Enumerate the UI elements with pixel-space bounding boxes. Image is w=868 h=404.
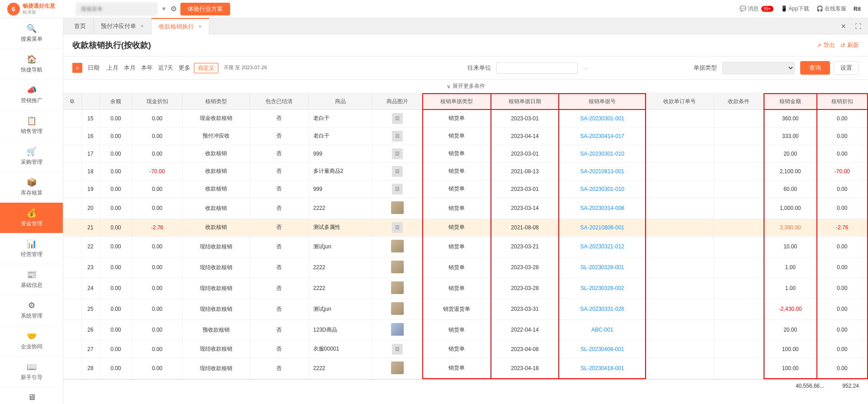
cell-product-img: 🖼 [372,219,423,236]
tab-bar-close-icon[interactable]: ✕ [837,20,850,33]
writeoff-bill-no-link[interactable]: SL-20230408-001 [580,346,624,352]
sidebar-item-quicknav[interactable]: 🏠 快捷导航 [0,49,63,80]
expand-more-button[interactable]: ∨ 展开更多条件 [447,82,485,90]
settings-icon[interactable]: ⚙ [170,5,177,13]
sidebar-item-sales[interactable]: 📋 销售管理 [0,110,63,141]
tab-bar-expand-icon[interactable]: ⛶ [852,20,864,33]
cell-writeoff-bill-no[interactable]: SA-20230301-010 [559,145,646,162]
filter-date-custom[interactable]: 自定义 [194,63,218,73]
col-header-writeoff-type: 核销类型 [182,94,250,109]
operations-icon: 📊 [27,239,37,249]
cell-writeoff-bill-no[interactable]: SL-20230328-002 [559,278,646,299]
writeoff-bill-no-link[interactable]: SA-20230301-010 [580,151,624,157]
writeoff-bill-no-link[interactable]: SA-20230301-010 [580,186,624,192]
cell-product: 2222 [308,198,372,219]
cell-writeoff-bill-no[interactable]: SA-20230301-010 [559,180,646,198]
writeoff-bill-no-link[interactable]: SA-20210813-001 [580,168,624,175]
writeoff-bill-no-link[interactable]: SA-20230321-012 [580,243,624,250]
cell-seq: 24 [81,278,99,299]
sidebar-item-operations[interactable]: 📊 经营管理 [0,233,63,264]
filter-dots[interactable]: ··· [583,65,588,71]
search-input[interactable] [76,3,157,15]
notification-area[interactable]: 💬 消息 99+ [740,5,774,13]
sidebar-item-guide[interactable]: 📖 新手引导 [0,356,63,387]
filter-date-thisyear[interactable]: 本年 [139,63,155,73]
sidebar-item-search[interactable]: 🔍 搜索菜单 [0,18,63,49]
writeoff-bill-no-link[interactable]: SL-20230328-001 [580,264,624,271]
cell-receipt-condition [713,358,764,379]
tab-prepay-close[interactable]: × [141,23,144,29]
cell-writeoff-bill-no[interactable]: SA-20210808-001 [559,219,646,236]
tab-receipt-writeoff-close[interactable]: × [198,24,202,30]
tab-prepay[interactable]: 预付冲应付单 × [94,18,151,34]
sidebar-item-inventory[interactable]: 📦 库存核算 [0,172,63,203]
filter-expand-button[interactable]: » [72,63,82,73]
cell-product-img [372,198,423,219]
export-button[interactable]: ↗ 导出 [816,41,835,49]
tab-home[interactable]: 首页 [67,18,94,34]
writeoff-bill-no-link[interactable]: SL-20230418-001 [580,365,624,371]
cell-writeoff-bill-no[interactable]: SL-20230328-001 [559,257,646,278]
online-service-link[interactable]: 🎧 在线客服 [816,5,846,13]
cell-writeoff-bill-no[interactable]: SA-20230331-026 [559,299,646,319]
top-bar-center: ▼ ⚙ 体验行业方案 [76,3,734,15]
writeoff-bill-no-link[interactable]: SA-20210808-001 [580,224,624,231]
cell-gear [63,145,81,162]
cell-product: 老白干 [308,109,372,127]
cell-gear [63,278,81,299]
col-header-writeoff-bill-no: 核销单据号 [559,94,646,109]
table-row: 21 0.00 -2.76 收款核销 否 测试多属性 🖼 销货单 2021-08… [63,219,868,236]
cell-writeoff-amount: -2,430.00 [764,299,817,319]
dropdown-icon[interactable]: ▼ [161,5,167,12]
filter-from-unit-input[interactable] [496,62,578,74]
cell-include-settled: 否 [250,278,308,299]
writeoff-bill-no-link[interactable]: SA-20230314-008 [580,205,624,211]
sidebar-item-purchase[interactable]: 🛒 采购管理 [0,141,63,172]
sidebar-item-finance[interactable]: 💰 资金管理 [0,203,63,233]
sidebar-item-hardware[interactable]: 🖥 智能硬件 [0,387,63,404]
filter-bill-type-select[interactable] [722,62,795,74]
sidebar-item-system[interactable]: ⚙ 系统管理 [0,295,63,326]
writeoff-bill-no-link[interactable]: SA-20230414-017 [580,133,624,139]
cell-product: 多计量商品2 [308,162,372,180]
query-button[interactable]: 查询 [800,61,830,75]
sidebar-item-collab[interactable]: 🤝 企业协同 [0,326,63,356]
writeoff-bill-no-link[interactable]: SA-20230331-026 [580,306,624,312]
filter-date-more[interactable]: 更多 [177,63,192,73]
sidebar-item-basics[interactable]: 📰 基础信息 [0,264,63,295]
cell-cash-discount: 0.00 [132,319,182,340]
top-bar-right: 💬 消息 99+ 📱 App下载 🎧 在线客服 Rit [740,5,861,13]
top-bar: 6 畅捷通好生意 标准版 ▼ ⚙ 体验行业方案 💬 消息 99+ 📱 App下载… [0,0,868,18]
cell-writeoff-bill-no[interactable]: SL-20230418-001 [559,358,646,379]
marketing-icon: 📣 [27,85,37,95]
cell-writeoff-bill-no[interactable]: SA-20230321-012 [559,236,646,257]
filter-date-thismonth[interactable]: 本月 [122,63,137,73]
table-container[interactable]: ⚙ 余额 现金折扣 核销类型 包含已结清 商品 商品图片 核销单据类型 核销单据… [63,93,868,404]
cell-writeoff-bill-no[interactable]: ABC-001 [559,319,646,340]
tab-receipt-writeoff[interactable]: 收款核销执行 × [151,18,209,34]
writeoff-bill-no-link[interactable]: SL-20230328-002 [580,285,624,291]
writeoff-bill-no-link[interactable]: ABC-001 [591,327,613,333]
cell-gear [63,358,81,379]
app-download-link[interactable]: 📱 App下载 [781,5,809,13]
user-name[interactable]: Rit [854,6,861,12]
cell-writeoff-bill-no[interactable]: SL-20230408-001 [559,340,646,358]
filter-date-7days[interactable]: 近7天 [156,63,175,73]
cell-writeoff-bill-no[interactable]: SA-20230414-017 [559,127,646,145]
cell-writeoff-discount: 0.00 [817,299,868,319]
cell-gear [63,180,81,198]
setting-button[interactable]: 设置 [834,61,859,75]
cell-writeoff-bill-no[interactable]: SA-20230301-001 [559,109,646,127]
industry-solution-button[interactable]: 体验行业方案 [180,3,230,15]
refresh-button[interactable]: ↺ 刷新 [840,41,859,49]
cell-writeoff-bill-no[interactable]: SA-20210813-001 [559,162,646,180]
cell-writeoff-bill-no[interactable]: SA-20230314-008 [559,198,646,219]
writeoff-bill-no-link[interactable]: SA-20230301-001 [580,115,624,122]
sidebar-item-marketing[interactable]: 📣 营销推广 [0,80,63,110]
cell-writeoff-amount: 1.00 [764,257,817,278]
filter-date-lastmonth[interactable]: 上月 [105,63,120,73]
col-header-gear[interactable]: ⚙ [63,94,81,109]
inventory-icon: 📦 [27,177,37,187]
cell-receipt-order-no [646,145,713,162]
cell-writeoff-type: 收款核销 [182,219,250,236]
